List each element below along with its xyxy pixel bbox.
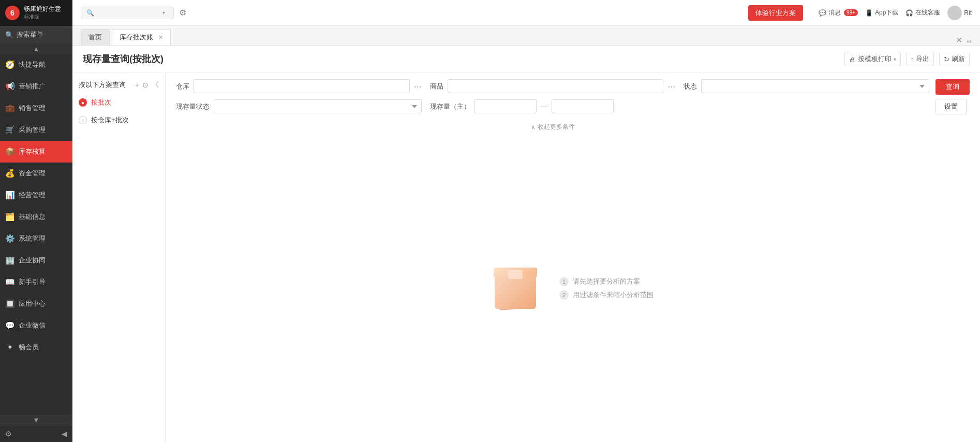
empty-number-1: 1: [559, 277, 569, 286]
sidebar-item-wechat[interactable]: 💬 企业微信: [0, 315, 72, 336]
body-area: 按以下方案查询 + ⊙ 《 ● 按批次 ○ 按仓库+批次: [72, 73, 980, 442]
scheme-settings-icon[interactable]: ⊙: [142, 81, 149, 89]
scheme-item-by-batch[interactable]: ● 按批次: [72, 94, 165, 111]
stock-qty-max-input[interactable]: [552, 99, 614, 113]
collapse-sidebar-button[interactable]: ◀: [62, 430, 67, 438]
status-select[interactable]: [701, 79, 929, 93]
topbar-search-box[interactable]: 🔍 ▾: [81, 7, 174, 19]
stock-status-label: 现存量状态: [176, 102, 210, 111]
tab-home[interactable]: 首页: [81, 29, 110, 45]
product-input[interactable]: [448, 79, 664, 93]
nav-label-member: 畅会员: [19, 343, 39, 352]
sidebar-scroll-up[interactable]: ▲: [0, 43, 72, 54]
app-download-button[interactable]: 📱 App下载: [865, 8, 898, 17]
collapse-filters-button[interactable]: ∧ 收起更多条件: [176, 120, 929, 135]
stock-status-select[interactable]: [214, 99, 422, 113]
topbar-search-dropdown-icon[interactable]: ▾: [162, 10, 165, 16]
query-button[interactable]: 查询: [936, 79, 970, 95]
scheme-panel-actions: + ⊙ 《: [135, 80, 159, 90]
tab-inventory-batch-label: 库存批次账: [120, 33, 153, 41]
page-header: 现存量查询(按批次) 🖨 按模板打印 ▾ ↑ 导出 ↻ 刷新: [72, 46, 980, 73]
nav-icon-wechat: 💬: [5, 321, 14, 330]
nav-icon-basic: 🗂️: [5, 212, 14, 222]
nav-label-guide: 新手引导: [19, 277, 46, 287]
settings-button[interactable]: ⚙: [5, 430, 12, 438]
empty-hint-1: 1 请先选择要分析的方案: [559, 277, 654, 286]
nav-label-system: 系统管理: [19, 234, 46, 243]
nav-label-sales: 销售管理: [19, 104, 46, 113]
topbar: 🔍 ▾ ⚙ 体验行业方案 💬 消息 99+ 📱 App下载 🎧 在线客服 R: [72, 0, 980, 26]
export-button[interactable]: ↑ 导出: [906, 52, 934, 66]
filter-and-buttons: 仓库 ··· 商品 ··· 状态: [166, 73, 980, 135]
sidebar-item-purchase[interactable]: 🛒 采购管理: [0, 119, 72, 141]
user-menu[interactable]: Rit: [947, 6, 972, 20]
filter-stock-qty-group: 现存量（主） —: [430, 99, 676, 113]
page-actions: 🖨 按模板打印 ▾ ↑ 导出 ↻ 刷新: [844, 52, 970, 66]
nav-label-enterprise: 企业协同: [19, 256, 46, 265]
sidebar-item-sales[interactable]: 💼 销售管理: [0, 97, 72, 119]
sidebar-item-marketing[interactable]: 📢 营销推广: [0, 76, 72, 97]
app-download-label: App下载: [875, 8, 898, 17]
tab-home-label: 首页: [88, 33, 102, 41]
nav-icon-system: ⚙️: [5, 234, 14, 243]
nav-label-operation: 经营管理: [19, 190, 46, 200]
stock-qty-label: 现存量（主）: [430, 102, 470, 111]
print-dropdown-icon[interactable]: ▾: [894, 56, 896, 62]
app-download-icon: 📱: [865, 9, 873, 17]
scheme-label-by-batch: 按批次: [91, 98, 111, 107]
sidebar-item-quick-nav[interactable]: 🧭 快捷导航: [0, 54, 72, 76]
refresh-button[interactable]: ↻ 刷新: [939, 52, 970, 66]
scheme-add-icon[interactable]: +: [135, 81, 139, 89]
sidebar-item-member[interactable]: ✦ 畅会员: [0, 336, 72, 358]
topbar-search-input[interactable]: [97, 9, 159, 17]
sidebar-item-inventory[interactable]: 📦 库存核算: [0, 141, 72, 163]
refresh-icon: ↻: [944, 55, 949, 63]
product-more-btn[interactable]: ···: [667, 82, 675, 91]
sidebar-item-system[interactable]: ⚙️ 系统管理: [0, 228, 72, 249]
stock-qty-dash: —: [541, 102, 547, 110]
scheme-dot-by-batch: ●: [79, 98, 87, 107]
scheme-label-by-warehouse-batch: 按仓库+批次: [91, 115, 129, 125]
scheme-item-by-warehouse-batch[interactable]: ○ 按仓库+批次: [72, 111, 165, 129]
nav-icon-quick-nav: 🧭: [5, 60, 14, 69]
collapse-row: ∧ 收起更多条件: [176, 120, 929, 135]
panel-close-button[interactable]: ✕: [956, 35, 962, 45]
online-service-button[interactable]: 🎧 在线客服: [905, 8, 940, 17]
status-label: 状态: [684, 82, 697, 91]
filter-row-1: 仓库 ··· 商品 ··· 状态: [176, 79, 929, 93]
sidebar-item-basic[interactable]: 🗂️ 基础信息: [0, 206, 72, 228]
stock-qty-min-input[interactable]: [474, 99, 537, 113]
sidebar-search[interactable]: 🔍 搜索菜单: [0, 26, 72, 43]
messages-button[interactable]: 💬 消息 99+: [819, 8, 858, 17]
filters-column: 仓库 ··· 商品 ··· 状态: [176, 79, 929, 135]
tab-close-inventory-batch[interactable]: ✕: [158, 34, 163, 40]
filter-stock-status-group: 现存量状态: [176, 99, 422, 113]
sidebar-item-apps[interactable]: 🔲 应用中心: [0, 293, 72, 315]
nav-label-inventory: 库存核算: [19, 147, 46, 156]
content-area: 现存量查询(按批次) 🖨 按模板打印 ▾ ↑ 导出 ↻ 刷新: [72, 46, 980, 442]
tab-inventory-batch[interactable]: 库存批次账 ✕: [112, 29, 171, 45]
sidebar-item-guide[interactable]: 📖 新手引导: [0, 271, 72, 293]
scheme-collapse-icon[interactable]: 《: [152, 80, 159, 90]
topbar-settings-icon[interactable]: ⚙: [179, 8, 186, 18]
messages-label: 消息: [828, 8, 841, 17]
warehouse-input[interactable]: [194, 79, 410, 93]
column-settings-button[interactable]: 设置: [936, 99, 967, 114]
sidebar-scroll-down[interactable]: ▼: [0, 415, 72, 425]
app-title: 畅康通好生意: [24, 5, 61, 13]
warehouse-more-btn[interactable]: ···: [414, 82, 422, 91]
sidebar-item-finance[interactable]: 💰 资金管理: [0, 163, 72, 184]
topbar-search-icon: 🔍: [86, 9, 94, 17]
scheme-panel: 按以下方案查询 + ⊙ 《 ● 按批次 ○ 按仓库+批次: [72, 73, 166, 442]
nav-label-quick-nav: 快捷导航: [19, 60, 46, 69]
sidebar-item-operation[interactable]: 📊 经营管理: [0, 184, 72, 206]
industry-solution-button[interactable]: 体验行业方案: [748, 5, 803, 21]
nav-icon-finance: 💰: [5, 169, 14, 178]
nav-icon-purchase: 🛒: [5, 125, 14, 135]
messages-badge: 99+: [844, 9, 858, 16]
nav-label-apps: 应用中心: [19, 299, 46, 308]
sidebar-item-enterprise[interactable]: 🏢 企业协同: [0, 249, 72, 271]
nav-label-finance: 资金管理: [19, 169, 46, 178]
print-button[interactable]: 🖨 按模板打印 ▾: [844, 52, 901, 66]
product-label: 商品: [430, 82, 443, 91]
